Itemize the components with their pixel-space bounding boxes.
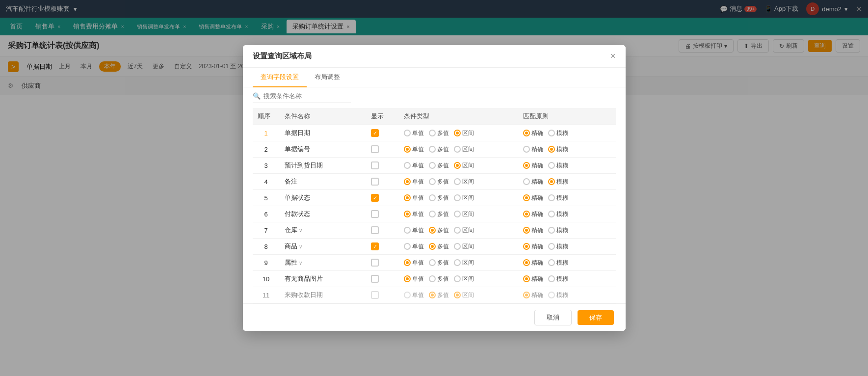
checkbox-display-8[interactable] <box>371 259 379 267</box>
type-radio-single-8[interactable]: 单值 <box>404 259 424 267</box>
cell-match-1: 精确模糊 <box>518 141 616 158</box>
cell-display-4[interactable] <box>366 190 398 206</box>
match-radio-label-fuzzy-5: 模糊 <box>556 210 568 218</box>
type-radio-range-1[interactable]: 区间 <box>454 145 474 154</box>
match-radio-exact-8[interactable]: 精确 <box>523 259 543 267</box>
type-radio-label-multi-4: 多值 <box>437 194 449 202</box>
type-radio-single-10[interactable]: 单值 <box>404 291 424 299</box>
type-radio-range-10[interactable]: 区间 <box>454 291 474 299</box>
type-radio-multi-7[interactable]: 多值 <box>429 242 449 251</box>
match-radio-fuzzy-2[interactable]: 模糊 <box>548 161 568 170</box>
type-radio-circle-range-2 <box>454 162 461 169</box>
tab-query-fields[interactable]: 查询字段设置 <box>253 68 307 87</box>
match-radio-exact-7[interactable]: 精确 <box>523 242 543 251</box>
match-radio-fuzzy-6[interactable]: 模糊 <box>548 226 568 235</box>
cell-display-6[interactable] <box>366 222 398 239</box>
checkbox-display-3[interactable] <box>371 178 379 186</box>
match-radio-exact-0[interactable]: 精确 <box>523 129 543 137</box>
type-radio-multi-9[interactable]: 多值 <box>429 275 449 283</box>
checkbox-display-7[interactable] <box>371 242 379 250</box>
type-radio-single-0[interactable]: 单值 <box>404 129 424 137</box>
cell-display-9[interactable] <box>366 271 398 287</box>
match-radio-exact-6[interactable]: 精确 <box>523 226 543 235</box>
cell-display-1[interactable] <box>366 141 398 158</box>
type-radio-range-4[interactable]: 区间 <box>454 194 474 202</box>
cell-display-0[interactable] <box>366 125 398 141</box>
match-radio-exact-4[interactable]: 精确 <box>523 194 543 202</box>
cancel-button[interactable]: 取消 <box>534 310 572 325</box>
tab-layout-adjust[interactable]: 布局调整 <box>307 68 348 87</box>
cell-display-5[interactable] <box>366 206 398 222</box>
type-radio-multi-4[interactable]: 多值 <box>429 194 449 202</box>
table-row: 9属性 ∨单值多值区间精确模糊 <box>253 255 616 271</box>
match-radio-exact-9[interactable]: 精确 <box>523 275 543 283</box>
match-radio-fuzzy-7[interactable]: 模糊 <box>548 242 568 251</box>
type-radio-multi-8[interactable]: 多值 <box>429 259 449 267</box>
condition-name-7: 商品 <box>285 242 297 250</box>
match-radio-fuzzy-0[interactable]: 模糊 <box>548 129 568 137</box>
type-radio-multi-1[interactable]: 多值 <box>429 145 449 154</box>
modal-close-button[interactable]: × <box>610 51 616 61</box>
type-radio-single-1[interactable]: 单值 <box>404 145 424 154</box>
cell-name-2: 预计到货日期 <box>280 158 367 174</box>
type-radio-multi-3[interactable]: 多值 <box>429 178 449 186</box>
match-radio-fuzzy-10[interactable]: 模糊 <box>548 291 568 299</box>
type-radio-multi-5[interactable]: 多值 <box>429 210 449 218</box>
checkbox-display-5[interactable] <box>371 210 379 218</box>
checkbox-display-0[interactable] <box>371 129 379 137</box>
type-radio-single-3[interactable]: 单值 <box>404 178 424 186</box>
type-radio-range-3[interactable]: 区间 <box>454 178 474 186</box>
modal-table: 顺序 条件名称 显示 条件类型 匹配原则 1单据日期单值多值区间精确模糊2单据编… <box>253 108 616 303</box>
type-radio-range-8[interactable]: 区间 <box>454 259 474 267</box>
type-radio-single-9[interactable]: 单值 <box>404 275 424 283</box>
cell-type-6: 单值多值区间 <box>399 222 518 239</box>
type-radio-circle-single-6 <box>404 227 411 234</box>
type-radio-range-0[interactable]: 区间 <box>454 129 474 137</box>
type-radio-group-10: 单值多值区间 <box>404 291 513 299</box>
checkbox-display-4[interactable] <box>371 194 379 202</box>
save-button[interactable]: 保存 <box>578 310 614 325</box>
cell-display-3[interactable] <box>366 174 398 190</box>
checkbox-display-10[interactable] <box>371 291 379 299</box>
type-radio-label-single-2: 单值 <box>412 161 424 170</box>
checkbox-display-9[interactable] <box>371 275 379 283</box>
type-radio-range-9[interactable]: 区间 <box>454 275 474 283</box>
cell-match-10: 精确模糊 <box>518 287 616 303</box>
type-radio-label-single-7: 单值 <box>412 242 424 251</box>
match-radio-fuzzy-5[interactable]: 模糊 <box>548 210 568 218</box>
type-radio-multi-2[interactable]: 多值 <box>429 161 449 170</box>
checkbox-display-1[interactable] <box>371 145 379 153</box>
match-radio-exact-5[interactable]: 精确 <box>523 210 543 218</box>
type-radio-range-6[interactable]: 区间 <box>454 226 474 235</box>
match-radio-fuzzy-9[interactable]: 模糊 <box>548 275 568 283</box>
match-radio-exact-1[interactable]: 精确 <box>523 145 543 154</box>
match-radio-fuzzy-1[interactable]: 模糊 <box>548 145 568 154</box>
type-radio-range-7[interactable]: 区间 <box>454 242 474 251</box>
match-radio-exact-2[interactable]: 精确 <box>523 161 543 170</box>
cell-display-10[interactable] <box>366 287 398 303</box>
type-radio-multi-6[interactable]: 多值 <box>429 226 449 235</box>
type-radio-circle-range-5 <box>454 211 461 217</box>
match-radio-fuzzy-8[interactable]: 模糊 <box>548 259 568 267</box>
type-radio-circle-multi-3 <box>429 178 436 185</box>
cell-display-7[interactable] <box>366 239 398 255</box>
cell-display-2[interactable] <box>366 158 398 174</box>
match-radio-exact-10[interactable]: 精确 <box>523 291 543 299</box>
cell-display-8[interactable] <box>366 255 398 271</box>
type-radio-single-7[interactable]: 单值 <box>404 242 424 251</box>
type-radio-multi-10[interactable]: 多值 <box>429 291 449 299</box>
type-radio-single-6[interactable]: 单值 <box>404 226 424 235</box>
match-radio-label-exact-3: 精确 <box>531 178 543 186</box>
type-radio-single-5[interactable]: 单值 <box>404 210 424 218</box>
type-radio-range-5[interactable]: 区间 <box>454 210 474 218</box>
type-radio-multi-0[interactable]: 多值 <box>429 129 449 137</box>
type-radio-range-2[interactable]: 区间 <box>454 161 474 170</box>
checkbox-display-6[interactable] <box>371 226 379 234</box>
match-radio-fuzzy-4[interactable]: 模糊 <box>548 194 568 202</box>
type-radio-single-2[interactable]: 单值 <box>404 161 424 170</box>
search-input[interactable] <box>263 92 351 100</box>
type-radio-single-4[interactable]: 单值 <box>404 194 424 202</box>
checkbox-display-2[interactable] <box>371 161 379 169</box>
match-radio-fuzzy-3[interactable]: 模糊 <box>548 178 568 186</box>
match-radio-exact-3[interactable]: 精确 <box>523 178 543 186</box>
